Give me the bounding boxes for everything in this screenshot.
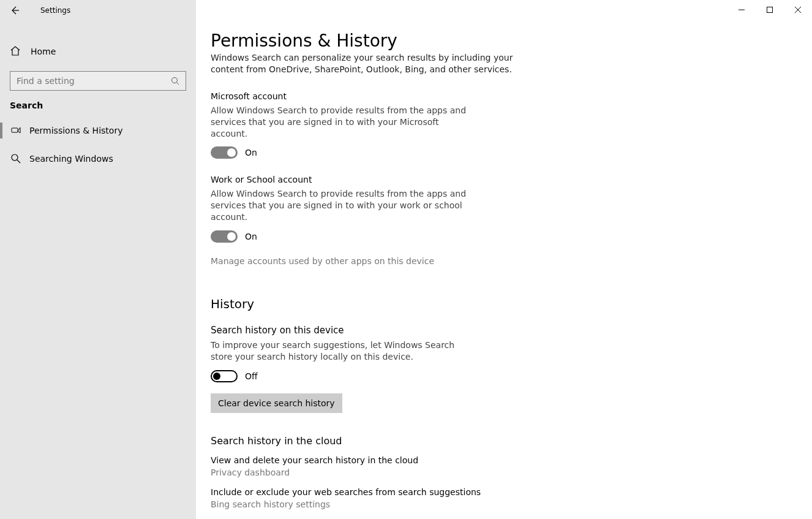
clear-device-history-button[interactable]: Clear device search history [211, 393, 342, 413]
intro-text-2: content from OneDrive, SharePoint, Outlo… [211, 64, 549, 75]
history-heading: History [211, 297, 549, 311]
page-title: Permissions & History [211, 31, 549, 51]
sidebar-top: Settings [0, 0, 196, 21]
privacy-dashboard-link[interactable]: Privacy dashboard [211, 468, 549, 477]
sidebar-item-permissions-history[interactable]: Permissions & History [0, 116, 196, 145]
cloud-include-line: Include or exclude your web searches fro… [211, 487, 549, 497]
sidebar: Settings Home Search Permissions & Histo… [0, 0, 196, 519]
bing-history-link[interactable]: Bing search history settings [211, 499, 549, 509]
back-button[interactable] [6, 2, 23, 19]
sidebar-item-label: Permissions & History [29, 126, 122, 135]
search-wrap [0, 71, 196, 91]
minimize-button[interactable] [727, 0, 756, 20]
work-account-desc: Allow Windows Search to provide results … [211, 188, 474, 223]
cloud-history-heading: Search history in the cloud [211, 435, 549, 447]
maximize-icon [767, 7, 773, 13]
ms-account-toggle-label: On [245, 148, 257, 157]
sidebar-item-label: Searching Windows [29, 154, 113, 164]
cloud-view-line: View and delete your search history in t… [211, 455, 549, 465]
manage-accounts-link[interactable]: Manage accounts used by other apps on th… [211, 256, 549, 266]
svg-rect-1 [12, 128, 18, 132]
device-history-toggle-label: Off [245, 371, 258, 381]
minimize-icon [739, 7, 745, 13]
search-box[interactable] [10, 71, 186, 91]
svg-point-2 [12, 154, 18, 161]
sidebar-item-searching-windows[interactable]: Searching Windows [0, 145, 196, 173]
window-title: Settings [40, 6, 70, 15]
search-input[interactable] [17, 76, 171, 86]
home-nav[interactable]: Home [0, 38, 196, 65]
ms-account-desc: Allow Windows Search to provide results … [211, 105, 474, 140]
ms-account-heading: Microsoft account [211, 91, 549, 101]
searching-windows-icon [10, 153, 22, 165]
work-account-toggle-label: On [245, 232, 257, 241]
ms-account-toggle-row: On [211, 146, 549, 159]
svg-rect-3 [767, 7, 773, 13]
device-history-heading: Search history on this device [211, 325, 549, 336]
maximize-button[interactable] [756, 0, 784, 20]
work-account-toggle-row: On [211, 230, 549, 243]
close-button[interactable] [784, 0, 812, 20]
device-history-toggle-row: Off [211, 370, 549, 382]
sidebar-section-label: Search [0, 91, 196, 116]
device-history-toggle[interactable] [211, 370, 238, 382]
close-icon [795, 7, 801, 13]
home-icon [10, 45, 22, 58]
device-history-desc: To improve your search suggestions, let … [211, 339, 474, 363]
intro-text-1: Windows Search can personalize your sear… [211, 52, 549, 64]
ms-account-toggle[interactable] [211, 146, 238, 159]
window-controls [727, 0, 812, 20]
work-account-heading: Work or School account [211, 175, 549, 184]
work-account-toggle[interactable] [211, 230, 238, 243]
main: Permissions & History Windows Search can… [196, 0, 812, 519]
home-label: Home [31, 47, 56, 56]
search-icon [171, 77, 179, 85]
arrow-left-icon [10, 6, 20, 15]
content: Permissions & History Windows Search can… [196, 0, 563, 509]
svg-point-0 [172, 78, 178, 83]
permissions-icon [10, 124, 22, 137]
